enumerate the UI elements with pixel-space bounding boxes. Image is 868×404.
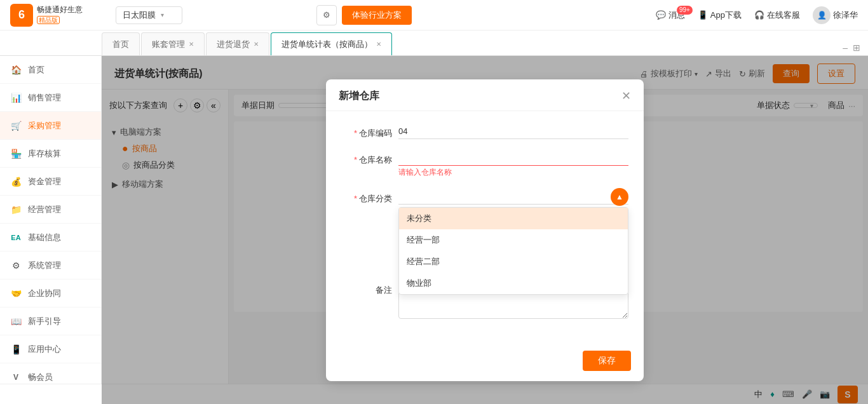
category-select-wrapper: ▲ 未分类 经营一部 经营二部 物业部 bbox=[398, 189, 628, 205]
content-area: 进货单统计(按商品) 🖨 按模板打印 ▾ ↗ 导出 ↻ 刷新 查询 设置 bbox=[102, 56, 868, 404]
tab-purchase-stats[interactable]: 进货单统计表（按商品） ✕ bbox=[271, 32, 392, 55]
tab-home[interactable]: 首页 bbox=[102, 32, 140, 55]
online-service-item[interactable]: 🎧 在线客服 bbox=[754, 10, 800, 21]
gear-icon[interactable]: ⚙ bbox=[316, 5, 337, 25]
enterprise-icon: 🤝 bbox=[10, 288, 22, 299]
name-input[interactable] bbox=[398, 151, 628, 166]
search-text: 日太阳膜 bbox=[123, 10, 156, 21]
category-input[interactable] bbox=[398, 189, 628, 205]
save-button[interactable]: 保存 bbox=[583, 351, 631, 371]
dropdown-item-dept1[interactable]: 经营一部 bbox=[399, 229, 628, 251]
sidebar-item-apps[interactable]: 📱 应用中心 bbox=[0, 335, 101, 363]
logo-icon: 6 bbox=[10, 4, 33, 27]
tab-right-controls: – ⊞ bbox=[843, 43, 868, 55]
dropdown-item-dept3[interactable]: 物业部 bbox=[399, 273, 628, 294]
sidebar-item-home[interactable]: 🏠 首页 bbox=[0, 56, 101, 84]
dialog-close-button[interactable]: ✕ bbox=[621, 90, 631, 102]
sidebar: 🏠 首页 📊 销售管理 🛒 采购管理 🏪 库存核算 💰 资金管理 📁 经营管理 … bbox=[0, 56, 102, 404]
form-row-category: 仓库分类 ▲ 未分类 经营一部 经营二部 物业部 bbox=[341, 189, 628, 205]
header-search: 日太阳膜 ▾ bbox=[116, 6, 306, 24]
category-label: 仓库分类 bbox=[341, 189, 398, 205]
logo-text: 畅捷通好生意 精品版 bbox=[37, 5, 83, 25]
dialog-title: 新增仓库 bbox=[339, 90, 379, 103]
home-icon: 🏠 bbox=[10, 64, 22, 76]
category-arrow-button[interactable]: ▲ bbox=[611, 188, 628, 206]
name-error-msg: 请输入仓库名称 bbox=[398, 167, 452, 178]
purchase-icon: 🛒 bbox=[10, 120, 22, 131]
sidebar-item-finance[interactable]: 💰 资金管理 bbox=[0, 168, 101, 196]
guide-icon: 📖 bbox=[10, 316, 22, 327]
dialog-add-warehouse: 新增仓库 ✕ 仓库编码 仓库名称 bbox=[326, 79, 644, 381]
vip-icon: V bbox=[10, 372, 22, 383]
code-label: 仓库编码 bbox=[341, 124, 398, 139]
dropdown-item-dept2[interactable]: 经营二部 bbox=[399, 251, 628, 273]
sidebar-item-purchase[interactable]: 🛒 采购管理 bbox=[0, 112, 101, 140]
sidebar-item-basic-info[interactable]: EA 基础信息 bbox=[0, 224, 101, 252]
header-right: 💬 消息 99+ 📱 App下载 🎧 在线客服 👤 徐泽华 bbox=[656, 6, 858, 24]
dialog-header: 新增仓库 ✕ bbox=[326, 79, 644, 111]
sidebar-item-sales[interactable]: 📊 销售管理 bbox=[0, 84, 101, 112]
message-badge: 99+ bbox=[677, 6, 693, 15]
form-row-code: 仓库编码 bbox=[341, 124, 628, 139]
modal-overlay: 新增仓库 ✕ 仓库编码 仓库名称 bbox=[102, 56, 868, 404]
name-label: 仓库名称 bbox=[341, 151, 398, 166]
sidebar-item-system[interactable]: ⚙ 系统管理 bbox=[0, 252, 101, 279]
tab-close-purchase-return[interactable]: ✕ bbox=[254, 41, 259, 48]
tab-accounts[interactable]: 账套管理 ✕ bbox=[141, 32, 205, 55]
sidebar-item-enterprise[interactable]: 🤝 企业协同 bbox=[0, 279, 101, 307]
tab-close-accounts[interactable]: ✕ bbox=[189, 41, 194, 48]
tab-minimize-icon[interactable]: – bbox=[843, 43, 848, 53]
remark-label: 备注 bbox=[341, 281, 398, 296]
tab-purchase-return[interactable]: 进货退货 ✕ bbox=[206, 32, 269, 55]
operations-icon: 📁 bbox=[10, 204, 22, 215]
chevron-down-icon: ▾ bbox=[161, 11, 164, 18]
dropdown-item-uncategorized[interactable]: 未分类 bbox=[399, 208, 628, 229]
tab-close-purchase-stats[interactable]: ✕ bbox=[376, 41, 381, 48]
user-item[interactable]: 👤 徐泽华 bbox=[813, 6, 858, 24]
category-dropdown: 未分类 经营一部 经营二部 物业部 bbox=[398, 207, 628, 295]
inventory-icon: 🏪 bbox=[10, 148, 22, 159]
main-layout: 🏠 首页 📊 销售管理 🛒 采购管理 🏪 库存核算 💰 资金管理 📁 经营管理 … bbox=[0, 56, 868, 404]
sidebar-item-guide[interactable]: 📖 新手引导 bbox=[0, 307, 101, 335]
apps-icon: 📱 bbox=[10, 344, 22, 355]
headset-icon: 🎧 bbox=[754, 10, 764, 20]
logo-badge: 精品版 bbox=[37, 16, 60, 24]
system-icon: ⚙ bbox=[10, 260, 22, 271]
dialog-body: 仓库编码 仓库名称 请输入仓库名称 bbox=[326, 111, 644, 343]
basic-info-icon: EA bbox=[10, 232, 22, 243]
finance-icon: 💰 bbox=[10, 176, 22, 187]
avatar: 👤 bbox=[813, 6, 831, 24]
logo-area: 6 畅捷通好生意 精品版 bbox=[10, 4, 105, 27]
sidebar-item-operations[interactable]: 📁 经营管理 bbox=[0, 196, 101, 224]
tab-bar: 首页 账套管理 ✕ 进货退货 ✕ 进货单统计表（按商品） ✕ – ⊞ bbox=[0, 30, 868, 56]
code-input[interactable] bbox=[398, 124, 628, 139]
message-icon: 💬 bbox=[656, 10, 666, 20]
dialog-footer: 保存 bbox=[326, 343, 644, 381]
phone-icon: 📱 bbox=[698, 10, 708, 20]
sales-icon: 📊 bbox=[10, 92, 22, 104]
app-download-item[interactable]: 📱 App下载 bbox=[698, 10, 742, 21]
top-header: 6 畅捷通好生意 精品版 日太阳膜 ▾ ⚙ 体验行业方案 💬 消息 99+ 📱 … bbox=[0, 0, 868, 30]
sidebar-item-inventory[interactable]: 🏪 库存核算 bbox=[0, 140, 101, 168]
form-row-name: 仓库名称 请输入仓库名称 bbox=[341, 151, 628, 178]
search-select[interactable]: 日太阳膜 ▾ bbox=[116, 6, 182, 24]
messages-item[interactable]: 💬 消息 99+ bbox=[656, 10, 685, 21]
tab-maximize-icon[interactable]: ⊞ bbox=[853, 43, 860, 53]
trial-button[interactable]: 体验行业方案 bbox=[342, 6, 412, 25]
